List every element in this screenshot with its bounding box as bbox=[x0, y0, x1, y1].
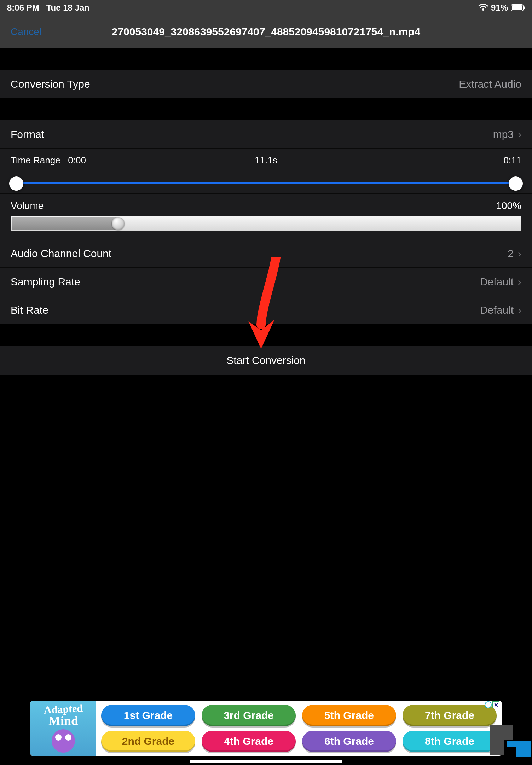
audio-channels-row[interactable]: Audio Channel Count 2 › bbox=[0, 239, 532, 268]
ad-close-icon[interactable]: ✕ bbox=[492, 701, 499, 708]
status-date: Tue 18 Jan bbox=[46, 3, 89, 13]
ad-grade-pill[interactable]: 6th Grade bbox=[302, 731, 396, 752]
audio-channels-value: 2 bbox=[508, 248, 514, 260]
ad-grade-pill[interactable]: 3rd Grade bbox=[202, 705, 296, 726]
format-value: mp3 bbox=[493, 128, 514, 140]
ad-mascot-icon bbox=[52, 729, 75, 753]
audio-channels-label: Audio Channel Count bbox=[11, 248, 111, 260]
ad-brand: Adapted Mind bbox=[30, 701, 96, 756]
time-range-row: Time Range 0:00 11.1s 0:11 bbox=[0, 149, 532, 194]
ad-grade-pill[interactable]: 7th Grade bbox=[403, 705, 497, 726]
format-label: Format bbox=[11, 128, 44, 140]
bit-rate-value: Default bbox=[480, 304, 514, 316]
ad-brand-line1: Adapted bbox=[44, 703, 83, 715]
battery-icon bbox=[511, 4, 525, 11]
watermark-icon bbox=[486, 722, 532, 761]
ad-grade-pill[interactable]: 1st Grade bbox=[101, 705, 195, 726]
ad-grade-pill[interactable]: 8th Grade bbox=[403, 731, 497, 752]
chevron-right-icon: › bbox=[518, 248, 521, 260]
bit-rate-label: Bit Rate bbox=[11, 304, 48, 316]
time-range-thumb-start[interactable] bbox=[9, 176, 23, 191]
nav-header: Cancel 270053049_3208639552697407_488520… bbox=[0, 16, 532, 48]
volume-label: Volume bbox=[11, 200, 44, 211]
ad-grades: 1st Grade3rd Grade5th Grade7th Grade 2nd… bbox=[96, 701, 502, 756]
svg-rect-1 bbox=[512, 5, 522, 10]
chevron-right-icon: › bbox=[518, 276, 521, 288]
start-conversion-button[interactable]: Start Conversion bbox=[0, 346, 532, 375]
conversion-type-value: Extract Audio bbox=[459, 78, 521, 90]
status-time: 8:06 PM bbox=[7, 3, 39, 13]
chevron-right-icon: › bbox=[518, 128, 521, 140]
time-range-end: 0:11 bbox=[503, 155, 521, 166]
ad-grade-pill[interactable]: 5th Grade bbox=[302, 705, 396, 726]
ad-banner[interactable]: i ✕ Adapted Mind 1st Grade3rd Grade5th G… bbox=[30, 701, 502, 756]
conversion-type-label: Conversion Type bbox=[11, 78, 90, 90]
svg-rect-2 bbox=[524, 6, 525, 9]
status-battery-percent: 91% bbox=[491, 3, 508, 13]
ad-info-icon[interactable]: i bbox=[485, 701, 492, 708]
time-range-label: Time Range bbox=[11, 155, 60, 166]
sampling-rate-row[interactable]: Sampling Rate Default › bbox=[0, 268, 532, 296]
volume-slider-thumb[interactable] bbox=[112, 217, 125, 230]
time-range-start: 0:00 bbox=[68, 155, 86, 166]
start-conversion-label: Start Conversion bbox=[226, 354, 305, 366]
chevron-right-icon: › bbox=[518, 304, 521, 316]
wifi-icon bbox=[478, 4, 488, 12]
sampling-rate-label: Sampling Rate bbox=[11, 276, 80, 288]
ad-grade-pill[interactable]: 4th Grade bbox=[202, 731, 296, 752]
ad-grade-pill[interactable]: 2nd Grade bbox=[101, 731, 195, 752]
volume-slider[interactable] bbox=[11, 216, 521, 231]
conversion-type-row[interactable]: Conversion Type Extract Audio bbox=[0, 70, 532, 98]
time-range-duration: 11.1s bbox=[255, 155, 277, 166]
time-range-thumb-end[interactable] bbox=[509, 176, 523, 191]
ad-brand-line2: Mind bbox=[48, 714, 78, 727]
cancel-button[interactable]: Cancel bbox=[11, 26, 41, 37]
volume-row: Volume 100% bbox=[0, 194, 532, 239]
page-title: 270053049_3208639552697407_4885209459810… bbox=[0, 26, 532, 38]
format-row[interactable]: Format mp3 › bbox=[0, 120, 532, 149]
bit-rate-row[interactable]: Bit Rate Default › bbox=[0, 296, 532, 324]
time-range-slider[interactable] bbox=[11, 172, 521, 193]
volume-value: 100% bbox=[496, 200, 521, 211]
status-bar: 8:06 PM Tue 18 Jan 91% bbox=[0, 0, 532, 16]
home-indicator bbox=[190, 760, 342, 763]
sampling-rate-value: Default bbox=[480, 276, 514, 288]
